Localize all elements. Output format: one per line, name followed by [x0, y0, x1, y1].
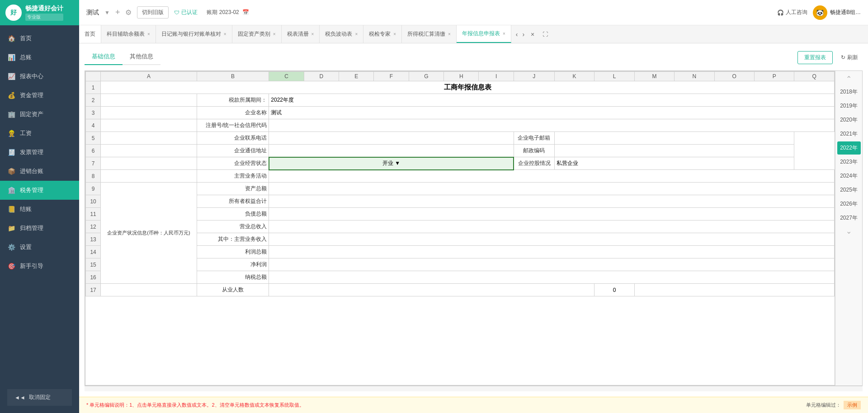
year-item-2020年[interactable]: 2020年 — [837, 113, 861, 127]
cell-6-0[interactable] — [101, 145, 197, 157]
cell-10-1[interactable]: 所有者权益合计 — [197, 195, 269, 208]
sidebar-item-总账[interactable]: 📊总账 — [0, 48, 79, 67]
cell-7-3[interactable]: 企业控股情况 — [514, 157, 554, 170]
cell-16-1[interactable]: 纳税总额 — [197, 271, 269, 284]
cancel-fixed-btn[interactable]: ◄◄ 取消固定 — [7, 389, 72, 406]
sidebar-item-资金管理[interactable]: 💰资金管理 — [0, 86, 79, 105]
cell-6-3[interactable]: 邮政编码 — [514, 145, 554, 157]
horizontal-scrollbar[interactable] — [85, 386, 863, 391]
year-item-2023年[interactable]: 2023年 — [837, 155, 861, 169]
refresh-btn[interactable]: ↻ 刷新 — [836, 51, 863, 64]
cell-5-0[interactable] — [101, 132, 197, 145]
tab-3[interactable]: 固定资产类别× — [232, 25, 282, 43]
cell-17-3[interactable]: 0 — [594, 284, 634, 296]
cell-10-2[interactable] — [269, 195, 835, 208]
sidebar-item-新手引导[interactable]: 🎯新手引导 — [0, 257, 79, 276]
tab-expand-btn[interactable]: ⛶ — [539, 30, 552, 38]
cell-5-1[interactable]: 企业联系电话 — [197, 132, 269, 145]
cell-4-0[interactable] — [101, 119, 197, 132]
year-item-2021年[interactable]: 2021年 — [837, 127, 861, 141]
spreadsheet-wrapper[interactable]: ABCDEFGHIJKLMNOPQ1工商年报信息表2税款所属期间：2022年度3… — [85, 71, 835, 385]
year-item-2025年[interactable]: 2025年 — [837, 183, 861, 197]
cell-2-2[interactable]: 2022年度 — [269, 94, 835, 107]
year-item-2024年[interactable]: 2024年 — [837, 169, 861, 183]
cell-14-2[interactable] — [269, 246, 835, 258]
switch-old-btn[interactable]: 切到旧版 — [137, 6, 169, 19]
sidebar-item-设置[interactable]: ⚙️设置 — [0, 238, 79, 257]
cell-12-1[interactable]: 营业总收入 — [197, 221, 269, 233]
sub-tab-1[interactable]: 其他信息 — [123, 49, 160, 65]
tab-prev-btn[interactable]: ‹ — [514, 30, 520, 39]
tab-6[interactable]: 税检专家× — [363, 25, 402, 43]
tab-close-6[interactable]: × — [393, 32, 396, 37]
cell-13-2[interactable] — [269, 233, 835, 246]
cell-17-0[interactable] — [101, 284, 197, 296]
cell-15-2[interactable] — [269, 258, 835, 271]
sidebar-item-首页[interactable]: 🏠首页 — [0, 29, 79, 48]
tab-next-btn[interactable]: › — [520, 30, 526, 39]
cell-7-2[interactable]: 开业 ▼ — [269, 157, 514, 170]
cell-8-0[interactable] — [101, 170, 197, 183]
tab-close-2[interactable]: × — [224, 32, 226, 37]
topbar-settings-btn[interactable]: ⚙ — [125, 8, 132, 17]
cell-15-1[interactable]: 净利润 — [197, 258, 269, 271]
cell-16-2[interactable] — [269, 271, 835, 284]
cell-7-0[interactable] — [101, 157, 197, 170]
topbar-dropdown-arrow[interactable]: ▼ — [104, 9, 110, 16]
tab-2[interactable]: 日记账与银行对账单核对× — [156, 25, 232, 43]
reset-report-btn[interactable]: 重置报表 — [797, 51, 833, 64]
topbar-add-btn[interactable]: + — [115, 8, 120, 17]
sub-tab-0[interactable]: 基础信息 — [85, 49, 123, 65]
cell-13-1[interactable]: 其中：主营业务收入 — [197, 233, 269, 246]
cell-3-2[interactable]: 测试 — [269, 107, 835, 119]
year-item-2022年[interactable]: 2022年 — [837, 141, 861, 155]
tab-close-8[interactable]: × — [503, 31, 505, 36]
tab-5[interactable]: 税负波动表× — [320, 25, 363, 43]
tab-4[interactable]: 税表清册× — [282, 25, 320, 43]
sidebar-item-结账[interactable]: 📒结账 — [0, 200, 79, 219]
cell-5-4[interactable] — [554, 132, 794, 145]
tab-close-5[interactable]: × — [355, 32, 358, 37]
tab-close-1[interactable]: × — [147, 32, 150, 37]
cell-9-1[interactable]: 资产总额 — [197, 183, 269, 195]
cell-11-1[interactable]: 负债总额 — [197, 208, 269, 221]
cell-14-1[interactable]: 利润总额 — [197, 246, 269, 258]
cell-2-0[interactable] — [101, 94, 197, 107]
tab-7[interactable]: 所得税汇算清缴× — [402, 25, 457, 43]
sidebar-item-发票管理[interactable]: 🧾发票管理 — [0, 143, 79, 162]
sidebar-item-归档管理[interactable]: 📁归档管理 — [0, 219, 79, 238]
sidebar-item-报表中心[interactable]: 📈报表中心 — [0, 67, 79, 86]
tab-close-all-btn[interactable]: × — [527, 30, 538, 39]
tab-8[interactable]: 年报信息申报表× — [457, 25, 511, 43]
cell-6-2[interactable] — [269, 145, 514, 157]
consult-btn[interactable]: 🎧 人工咨询 — [777, 9, 807, 16]
tab-close-3[interactable]: × — [273, 32, 276, 37]
year-scroll-down[interactable]: ⌄ — [844, 225, 854, 237]
cell-1-0[interactable]: 工商年报信息表 — [101, 81, 835, 94]
cell-7-4[interactable]: 私营企业 — [554, 157, 794, 170]
year-item-2026年[interactable]: 2026年 — [837, 197, 861, 211]
cell-3-1[interactable]: 企业名称 — [197, 107, 269, 119]
cell-4-2[interactable] — [269, 119, 835, 132]
tab-close-7[interactable]: × — [448, 32, 451, 37]
cell-17-4[interactable] — [634, 284, 834, 296]
year-item-2019年[interactable]: 2019年 — [837, 99, 861, 113]
year-item-2027年[interactable]: 2027年 — [837, 211, 861, 225]
cell-2-1[interactable]: 税款所属期间： — [197, 94, 269, 107]
cell-3-0[interactable] — [101, 107, 197, 119]
tab-0[interactable]: 首页 — [79, 25, 101, 43]
sidebar-item-进销台账[interactable]: 📦进销台账 — [0, 162, 79, 181]
tab-1[interactable]: 科目辅助余额表× — [101, 25, 156, 43]
cell-4-1[interactable]: 注册号/统一社会信用代码 — [197, 119, 269, 132]
cell-17-2[interactable] — [269, 284, 594, 296]
cell-6-1[interactable]: 企业通信地址 — [197, 145, 269, 157]
cell-7-1[interactable]: 企业经营状态 — [197, 157, 269, 170]
cell-5-3[interactable]: 企业电子邮箱 — [514, 132, 554, 145]
calendar-icon[interactable]: 📅 — [242, 9, 249, 15]
cell-8-2[interactable] — [269, 170, 835, 183]
cell-8-1[interactable]: 主营业务活动 — [197, 170, 269, 183]
year-scroll-up[interactable]: ⌃ — [844, 73, 854, 85]
sidebar-item-固定资产[interactable]: 🏢固定资产 — [0, 105, 79, 124]
cell-11-2[interactable] — [269, 208, 835, 221]
sidebar-item-工资[interactable]: 👷工资 — [0, 124, 79, 143]
